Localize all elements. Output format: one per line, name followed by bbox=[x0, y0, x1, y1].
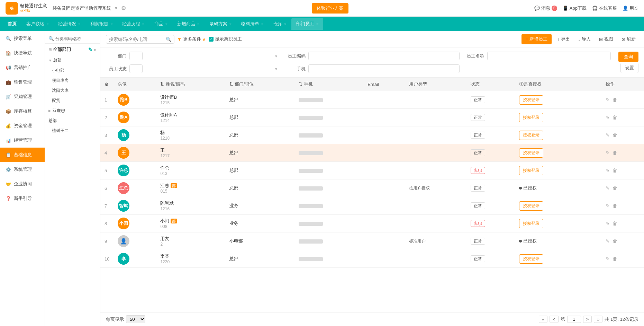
dept-node-xiangmukufang[interactable]: 项目库房 bbox=[45, 76, 100, 86]
tab-customer[interactable]: 客户联络 × bbox=[21, 18, 53, 30]
online-service-action[interactable]: 🎧 在线客服 bbox=[592, 5, 617, 11]
col-dept[interactable]: ⇅ 部门/职位 bbox=[225, 78, 294, 91]
first-page-btn[interactable]: « bbox=[539, 316, 547, 323]
tab-close-barcode[interactable]: × bbox=[229, 22, 232, 26]
edit-icon[interactable]: ✎ bbox=[606, 168, 610, 173]
per-page-select[interactable]: 50 100 bbox=[126, 315, 145, 323]
auth-login-btn[interactable]: 授权登录 bbox=[519, 113, 543, 122]
tab-history[interactable]: 经营历程 × bbox=[117, 18, 149, 30]
refresh-btn[interactable]: ⊙ 刷新 bbox=[619, 35, 638, 44]
tab-dept-staff[interactable]: 部门员工 × bbox=[291, 18, 323, 30]
edit-icon[interactable]: ✎ bbox=[606, 115, 610, 120]
tab-close-dept-staff[interactable]: × bbox=[316, 22, 318, 26]
sidebar-item-marketing[interactable]: 📢 营销推广 bbox=[0, 60, 45, 75]
tab-close-bom[interactable]: × bbox=[261, 22, 263, 26]
filter-select-dept[interactable] bbox=[129, 52, 143, 60]
delete-icon[interactable]: 🗑 bbox=[613, 115, 617, 120]
sidebar-item-system[interactable]: ⚙️ 系统管理 bbox=[0, 162, 45, 177]
edit-icon[interactable]: ✎ bbox=[606, 150, 610, 156]
dept-group-shuanglu[interactable]: ▶ 双鹿想 bbox=[45, 106, 100, 116]
tab-bom[interactable]: 物料清单 × bbox=[236, 18, 268, 30]
auth-login-btn[interactable]: 授权登录 bbox=[519, 131, 543, 140]
delete-icon[interactable]: 🗑 bbox=[613, 97, 617, 103]
edit-icon[interactable]: ✎ bbox=[606, 221, 610, 226]
dept-node-shenyangdaku[interactable]: 沈阳大库 bbox=[45, 86, 100, 96]
auth-login-btn[interactable]: 授权登录 bbox=[519, 148, 543, 158]
delete-icon[interactable]: 🗑 bbox=[613, 168, 617, 173]
filter-input-emp-name[interactable] bbox=[487, 52, 611, 60]
filter-input-phone[interactable] bbox=[308, 64, 460, 73]
dept-node-peihuo[interactable]: 配货 bbox=[45, 96, 100, 106]
sidebar-item-purchase[interactable]: 🛒 采购管理 bbox=[0, 89, 45, 104]
message-action[interactable]: 💬 消息 6 bbox=[534, 5, 557, 11]
set-button[interactable]: 设置 bbox=[620, 63, 638, 73]
app-download-action[interactable]: 📱 App下载 bbox=[563, 5, 587, 11]
edit-icon[interactable]: ✎ bbox=[606, 203, 610, 209]
dept-collapse-icon[interactable]: « bbox=[94, 47, 97, 52]
dropdown-icon[interactable]: ▼ bbox=[114, 6, 118, 11]
query-button[interactable]: 查询 bbox=[618, 52, 638, 62]
sidebar-item-guide[interactable]: ❓ 新手引导 bbox=[0, 191, 45, 206]
page-number-input[interactable] bbox=[567, 316, 581, 323]
edit-icon[interactable]: ✎ bbox=[606, 185, 610, 191]
delete-icon[interactable]: 🗑 bbox=[613, 150, 617, 156]
tab-close-operation[interactable]: × bbox=[78, 22, 80, 26]
show-resigned-toggle[interactable]: ✓ 显示离职员工 bbox=[209, 36, 242, 42]
filter-input-emp-code[interactable] bbox=[308, 52, 460, 60]
delete-icon[interactable]: 🗑 bbox=[613, 132, 617, 138]
tab-add-goods[interactable]: 新增商品 × bbox=[172, 18, 204, 30]
tab-barcode[interactable]: 条码方案 × bbox=[205, 18, 236, 30]
dept-node-zhishu[interactable]: 植树王二 bbox=[45, 126, 100, 136]
edit-icon[interactable]: ✎ bbox=[606, 132, 610, 138]
edit-icon[interactable]: ✎ bbox=[606, 256, 610, 262]
sidebar-item-management[interactable]: 📊 经营管理 bbox=[0, 133, 45, 148]
delete-icon[interactable]: 🗑 bbox=[613, 203, 617, 209]
import-btn[interactable]: ↓ 导入 bbox=[575, 35, 594, 44]
export-btn[interactable]: ↑ 导出 bbox=[554, 35, 573, 44]
search-icon-btn[interactable]: 🔍 bbox=[166, 37, 171, 42]
search-input[interactable] bbox=[109, 37, 164, 42]
tab-profit[interactable]: 利润报告 × bbox=[85, 18, 117, 30]
tab-close-warehouse[interactable]: × bbox=[284, 22, 287, 26]
col-name[interactable]: ⇅ 姓名/编码 bbox=[156, 78, 225, 91]
tab-close-add-goods[interactable]: × bbox=[197, 22, 199, 26]
sidebar-item-finance[interactable]: 💰 资金管理 bbox=[0, 118, 45, 133]
dept-edit-icon[interactable]: ✎ bbox=[88, 47, 92, 52]
delete-icon[interactable]: 🗑 bbox=[613, 238, 617, 244]
sidebar-item-search[interactable]: 🔍 搜索菜单 bbox=[0, 31, 45, 46]
dept-search-input[interactable] bbox=[55, 36, 100, 41]
dept-group-zongbu[interactable]: ▼ 总部 bbox=[45, 55, 100, 65]
tab-home[interactable]: 首页 bbox=[3, 18, 21, 30]
tab-close-goods[interactable]: × bbox=[165, 22, 167, 26]
sidebar-item-sales[interactable]: 💼 销售管理 bbox=[0, 75, 45, 89]
trial-button[interactable]: 体验行业方案 bbox=[312, 3, 348, 14]
col-settings[interactable]: ⚙ bbox=[100, 78, 114, 91]
col-phone[interactable]: ⇅ 手机 bbox=[294, 78, 363, 91]
tab-operation[interactable]: 经营情况 × bbox=[53, 18, 85, 30]
delete-icon[interactable]: 🗑 bbox=[613, 185, 617, 191]
sidebar-item-quicknav[interactable]: 🏠 快捷导航 bbox=[0, 46, 45, 60]
user-action[interactable]: 👤 用友 bbox=[623, 5, 638, 11]
delete-icon[interactable]: 🗑 bbox=[613, 256, 617, 262]
auth-login-btn[interactable]: 授权登录 bbox=[519, 201, 543, 211]
filter-select-status[interactable] bbox=[129, 64, 143, 73]
settings-icon[interactable]: ⚙ bbox=[121, 5, 126, 11]
dept-node-xiaodibu[interactable]: 小电部 bbox=[45, 65, 100, 76]
tab-goods[interactable]: 商品 × bbox=[149, 18, 172, 30]
next-page-btn[interactable]: > bbox=[583, 316, 592, 323]
auth-login-btn[interactable]: 授权登录 bbox=[519, 254, 543, 264]
auth-login-btn[interactable]: 授权登录 bbox=[519, 219, 543, 228]
more-filter-btn[interactable]: ▼ 更多条件 ∧ bbox=[177, 36, 206, 42]
sidebar-item-inventory[interactable]: 📦 库存核算 bbox=[0, 104, 45, 118]
dept-group-zongbu2[interactable]: 总部 bbox=[45, 116, 100, 126]
auth-login-btn[interactable]: 授权登录 bbox=[519, 166, 543, 175]
sidebar-item-basic[interactable]: 📋 基础信息 bbox=[0, 148, 45, 162]
tab-close-history[interactable]: × bbox=[142, 22, 144, 26]
tab-close-profit[interactable]: × bbox=[110, 22, 112, 26]
edit-icon[interactable]: ✎ bbox=[606, 238, 610, 244]
delete-icon[interactable]: 🗑 bbox=[613, 221, 617, 226]
add-employee-button[interactable]: + 新增员工 bbox=[521, 34, 552, 44]
edit-icon[interactable]: ✎ bbox=[606, 97, 610, 103]
last-page-btn[interactable]: » bbox=[594, 316, 602, 323]
view-btn[interactable]: ⊞ 视图 bbox=[596, 35, 616, 44]
